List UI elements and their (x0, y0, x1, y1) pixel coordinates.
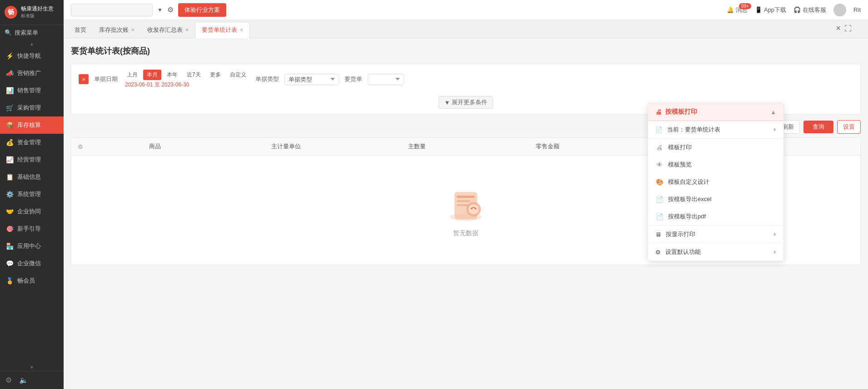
export-excel-item[interactable]: 📄 按模板导出excel (648, 191, 783, 208)
query-btn[interactable]: 查询 (803, 121, 833, 133)
avatar[interactable] (833, 4, 846, 16)
expand-icon: ▼ (444, 99, 450, 106)
date-btn-this-month[interactable]: 本月 (143, 70, 161, 80)
display-print-item[interactable]: 🖥 按显示打印 (648, 226, 783, 243)
date-btn-this-year[interactable]: 本年 (163, 70, 181, 80)
current-template-left: 📄 当前：要货单统计表 (655, 126, 720, 134)
col-quantity: 主数量 (351, 142, 482, 151)
tab-home[interactable]: 首页 (68, 22, 93, 38)
print-dropdown-header: 🖨 按模板打印 ▲ (648, 103, 783, 121)
messages-badge: 99+ (739, 3, 751, 9)
export-pdf-item[interactable]: 📄 按模板导出pdf (648, 208, 783, 225)
page-content: 要货单统计表(按商品) » 单据日期 上月 本月 本年 近7天 更多 自定义 (64, 38, 868, 389)
type-select[interactable]: 单据类型 (284, 74, 339, 85)
template-design-item[interactable]: 🎨 模板自定义设计 (648, 173, 783, 191)
print-dropdown-close-area[interactable]: ▲ (770, 109, 776, 116)
export-pdf-icon: 📄 (655, 212, 663, 221)
date-btn-custom[interactable]: 自定义 (226, 70, 250, 80)
topbar-right: 🔔 消息 99+ 📱 App下载 🎧 在线客服 Rit (727, 4, 861, 16)
tab-batch-account-label: 库存批次账 (99, 26, 129, 34)
sidebar-item-marketing[interactable]: 📣 营销推广 (0, 65, 64, 82)
table-settings-icon[interactable]: ⚙ (71, 143, 90, 150)
sidebar-item-wxbiz[interactable]: 💬 企业微信 (0, 255, 64, 272)
guide-icon: 🎯 (5, 225, 14, 233)
sidebar-item-inventory[interactable]: 📦 库存核算 (0, 116, 64, 134)
template-preview-item[interactable]: 👁 模板预览 (648, 156, 783, 173)
messages-btn[interactable]: 🔔 消息 99+ (727, 6, 748, 14)
sidebar-item-label: 系统管理 (17, 190, 41, 198)
topbar-dropdown[interactable]: ▼ (157, 7, 163, 13)
tab-collection-summary[interactable]: 收发存汇总表 × (141, 22, 195, 38)
sidebar-item-appstore[interactable]: 🏪 应用中心 (0, 237, 64, 255)
tab-batch-account[interactable]: 库存批次账 × (93, 22, 141, 38)
sidebar-item-label: 应用中心 (17, 242, 41, 250)
template-print-item[interactable]: 🖨 模板打印 (648, 139, 783, 156)
purchase-icon: 🛒 (5, 104, 14, 112)
logo-text-block: 畅康通好生意 标准版 (21, 5, 54, 19)
sidebar-item-cooperation[interactable]: 🤝 企业协同 (0, 203, 64, 220)
print-dropdown-title-area: 🖨 按模板打印 (655, 108, 697, 116)
svg-point-8 (474, 207, 476, 209)
display-print-label: 按显示打印 (666, 230, 695, 238)
topbar-search-input[interactable] (71, 4, 153, 16)
date-range-text: 2023-06-01 至 2023-06-30 (125, 81, 189, 89)
operations-icon: 📈 (5, 156, 14, 164)
sidebar-item-label: 基础信息 (17, 173, 41, 181)
order-type-select[interactable] (368, 74, 404, 85)
app-download-btn[interactable]: 📱 App下载 (755, 6, 786, 14)
sidebar-item-operations[interactable]: 📈 经营管理 (0, 151, 64, 168)
date-btn-7days[interactable]: 近7天 (183, 70, 205, 80)
tab-order-stats[interactable]: 要货单统计表 × (195, 22, 250, 38)
tab-collection-summary-label: 收发存汇总表 (147, 26, 183, 34)
svg-point-7 (471, 207, 473, 209)
sidebar-item-sales[interactable]: 📊 销售管理 (0, 82, 64, 99)
date-filter-group: 上月 本月 本年 近7天 更多 自定义 2023-06-01 至 2023-06… (123, 70, 250, 89)
date-btn-more[interactable]: 更多 (206, 70, 224, 80)
sidebar-item-label: 企业协同 (17, 207, 41, 216)
topbar: ▼ ⚙ 体验行业方案 🔔 消息 99+ 📱 App下载 🎧 在线客服 Rit (64, 0, 868, 20)
expand-more-btn[interactable]: ▼ 展开更多条件 (439, 96, 494, 109)
tabs-close-all[interactable]: × (836, 24, 841, 33)
tab-collection-summary-close[interactable]: × (185, 27, 189, 33)
order-type-label: 要货单 (344, 75, 362, 83)
settings-btn[interactable]: 设置 (837, 120, 861, 134)
sidebar-item-label: 销售管理 (17, 86, 41, 95)
sidebar-item-basic[interactable]: 📋 基础信息 (0, 168, 64, 186)
topbar-settings-icon[interactable]: ⚙ (167, 5, 174, 14)
tab-order-stats-label: 要货单统计表 (202, 26, 237, 34)
sidebar-item-membership[interactable]: 🏅 畅会员 (0, 272, 64, 289)
svg-point-6 (469, 204, 479, 214)
trial-btn[interactable]: 体验行业方案 (178, 3, 226, 17)
empty-text: 暂无数据 (453, 229, 479, 237)
app-name: 畅康通好生意 (21, 5, 54, 13)
tabs-expand-icon[interactable]: ⛶ (844, 25, 852, 33)
set-default-item[interactable]: ⚙ 设置默认功能 (648, 243, 783, 261)
headset-icon: 🎧 (793, 6, 801, 13)
sidebar-nav: ⚡ 快捷导航 📣 营销推广 📊 销售管理 🛒 采购管理 📦 库存核算 💰 资金管… (0, 47, 64, 364)
date-btn-last-month[interactable]: 上月 (123, 70, 141, 80)
set-default-label: 设置默认功能 (665, 248, 701, 256)
sidebar-scroll-down[interactable]: ▼ (0, 364, 64, 371)
online-service-btn[interactable]: 🎧 在线客服 (793, 6, 826, 14)
print-dropdown-title: 按模板打印 (665, 108, 697, 116)
sidebar-item-system[interactable]: ⚙️ 系统管理 (0, 186, 64, 203)
sidebar-item-label: 企业微信 (17, 259, 41, 268)
set-default-chevron (774, 250, 776, 254)
filter-expand-arrow[interactable]: » (79, 74, 89, 84)
sidebar-item-quick-nav[interactable]: ⚡ 快捷导航 (0, 47, 64, 65)
sidebar-item-guide[interactable]: 🎯 新手引导 (0, 220, 64, 237)
sidebar-item-label: 快捷导航 (17, 52, 41, 60)
online-service-label: 在线客服 (803, 6, 826, 14)
sidebar-settings-icon[interactable]: ⚙ (5, 376, 12, 384)
tab-order-stats-close[interactable]: × (240, 27, 243, 33)
sidebar-item-finance[interactable]: 💰 资金管理 (0, 134, 64, 151)
display-print-chevron (774, 232, 776, 236)
current-template-item[interactable]: 📄 当前：要货单统计表 (648, 121, 783, 138)
sidebar-item-purchase[interactable]: 🛒 采购管理 (0, 99, 64, 116)
type-label: 单据类型 (255, 75, 279, 83)
sidebar-sound-icon[interactable]: 🔈 (19, 376, 28, 384)
export-excel-label: 按模板导出excel (668, 195, 711, 203)
search-menu[interactable]: 🔍 搜索菜单 (0, 25, 64, 40)
tab-batch-account-close[interactable]: × (131, 27, 135, 33)
sidebar-scroll-up[interactable]: ▲ (0, 40, 64, 47)
